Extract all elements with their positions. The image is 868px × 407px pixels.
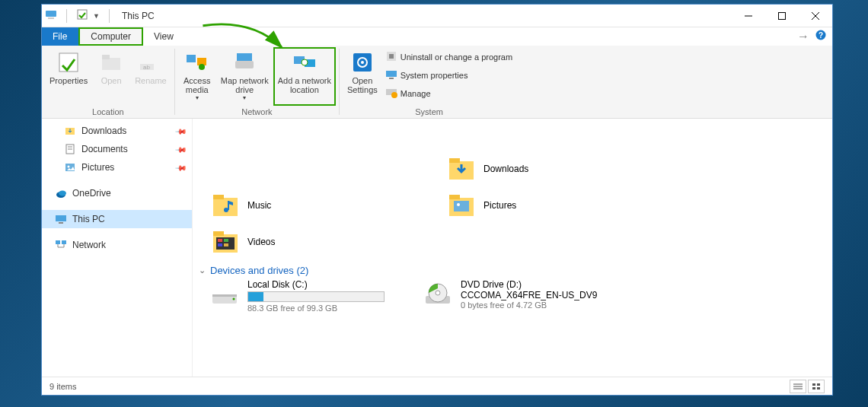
access-media-icon: [185, 50, 209, 75]
tab-computer[interactable]: Computer: [78, 27, 143, 46]
dvd-drive-icon: [423, 279, 455, 311]
svg-point-16: [199, 64, 205, 70]
properties-button[interactable]: Properties: [45, 47, 92, 106]
sidebar-item-documents[interactable]: Documents📌: [42, 140, 192, 158]
svg-rect-11: [102, 55, 110, 59]
svg-point-30: [391, 92, 397, 98]
drives-section: Local Disk (C:) 88.3 GB free of 99.3 GB …: [199, 279, 826, 313]
svg-point-67: [436, 291, 440, 295]
ribbon-tabs: File Computer View → ?: [42, 27, 832, 46]
sidebar-item-downloads[interactable]: Downloads📌: [42, 122, 192, 140]
folder-downloads[interactable]: Downloads: [445, 151, 605, 187]
ribbon-group-label: Network: [175, 107, 339, 118]
drive-c[interactable]: Local Disk (C:) 88.3 GB free of 99.3 GB: [209, 279, 392, 313]
map-network-drive-icon: [232, 50, 257, 75]
svg-rect-47: [449, 158, 460, 163]
pin-icon: 📌: [175, 125, 187, 137]
open-button: Open: [92, 47, 130, 106]
maximize-button[interactable]: [765, 5, 799, 27]
sidebar-item-onedrive[interactable]: OneDrive: [42, 184, 192, 202]
pc-icon: [45, 8, 57, 24]
chevron-down-icon: ▾: [196, 94, 199, 101]
svg-rect-0: [46, 11, 56, 17]
open-icon: [99, 50, 123, 75]
system-small-buttons: Uninstall or change a program System pro…: [382, 47, 515, 106]
tab-file[interactable]: File: [42, 27, 78, 46]
minimize-button[interactable]: [732, 5, 765, 27]
access-media-button[interactable]: Access media ▾: [178, 47, 216, 106]
drive-free-text: 88.3 GB free of 99.3 GB: [247, 304, 392, 313]
explorer-window: ▼ This PC File Computer View → ? Propert…: [41, 4, 833, 396]
svg-rect-42: [62, 240, 66, 244]
svg-rect-73: [812, 387, 815, 390]
svg-point-24: [361, 61, 364, 64]
navigation-pane[interactable]: Downloads📌 Documents📌 Pictures📌 OneDrive…: [42, 119, 193, 377]
sidebar-item-pictures[interactable]: Pictures📌: [42, 158, 192, 176]
network-icon: [54, 239, 68, 251]
svg-point-54: [457, 203, 460, 206]
add-network-location-icon: [292, 50, 317, 75]
folder-music[interactable]: Music: [209, 187, 369, 224]
manage-button[interactable]: Manage: [385, 85, 512, 102]
drive-volume-label: CCCOMA_X64FRE_EN-US_DV9: [461, 290, 605, 300]
pc-icon: [54, 213, 68, 225]
details-view-button[interactable]: [790, 380, 806, 393]
svg-rect-74: [817, 387, 820, 390]
svg-rect-49: [213, 195, 224, 199]
svg-rect-14: [187, 55, 196, 62]
map-network-drive-button[interactable]: Map network drive ▾: [216, 47, 273, 106]
close-button[interactable]: [799, 5, 832, 27]
svg-rect-10: [102, 58, 120, 70]
documents-icon: [63, 143, 77, 155]
sidebar-item-network[interactable]: Network: [42, 236, 192, 254]
system-properties-button[interactable]: System properties: [385, 67, 512, 84]
status-bar: 9 items: [42, 377, 832, 395]
system-properties-icon: [385, 68, 397, 82]
svg-rect-58: [218, 239, 222, 242]
svg-rect-27: [386, 71, 397, 77]
quick-access-toolbar: ▼ This PC: [45, 8, 155, 24]
drive-d[interactable]: DVD Drive (D:) CCCOMA_X64FRE_EN-US_DV9 0…: [423, 279, 605, 313]
drive-capacity-bar: [247, 291, 385, 302]
folder-videos[interactable]: Videos: [209, 224, 369, 260]
videos-folder-icon: [209, 226, 241, 258]
main-pane[interactable]: Downloads Music Pictures Videos ⌄ Device…: [193, 119, 832, 377]
onedrive-icon: [54, 187, 68, 199]
folder-pictures[interactable]: Pictures: [445, 187, 605, 224]
svg-rect-71: [812, 383, 815, 386]
uninstall-icon: [385, 50, 397, 64]
svg-rect-17: [235, 61, 254, 68]
devices-section-header[interactable]: ⌄ Devices and drives (2): [199, 260, 826, 279]
open-settings-button[interactable]: Open Settings: [343, 47, 382, 106]
gear-icon: [350, 50, 375, 75]
svg-rect-41: [56, 240, 60, 244]
downloads-folder-icon: [445, 153, 477, 185]
chevron-down-icon[interactable]: ▼: [93, 12, 100, 20]
svg-rect-61: [224, 243, 228, 246]
svg-point-21: [302, 59, 308, 65]
sidebar-item-this-pc[interactable]: This PC: [42, 210, 192, 228]
svg-rect-40: [59, 222, 63, 224]
add-network-location-button[interactable]: Add a network location: [273, 47, 336, 106]
large-icons-view-button[interactable]: [808, 380, 825, 393]
chevron-down-icon: ▾: [243, 94, 246, 101]
svg-point-38: [59, 191, 66, 196]
rename-button: ab Rename: [130, 47, 171, 106]
titlebar: ▼ This PC: [42, 5, 832, 27]
uninstall-button[interactable]: Uninstall or change a program: [385, 49, 512, 65]
ribbon-group-label: System: [340, 107, 519, 118]
help-icon[interactable]: ?: [815, 30, 826, 43]
pin-icon: 📌: [175, 161, 187, 173]
svg-rect-48: [213, 198, 238, 216]
properties-qat-icon[interactable]: [76, 8, 88, 24]
rename-icon: ab: [139, 50, 163, 75]
folders-section: Downloads Music Pictures Videos: [199, 120, 826, 260]
collapse-ribbon-icon[interactable]: →: [797, 30, 809, 43]
ribbon-group-location: Properties Open ab Rename Location: [42, 46, 174, 118]
tab-view[interactable]: View: [143, 27, 185, 46]
properties-icon: [56, 50, 81, 75]
drive-name: DVD Drive (D:): [461, 279, 605, 290]
music-folder-icon: [209, 189, 241, 221]
svg-text:?: ?: [819, 31, 823, 40]
svg-text:ab: ab: [143, 64, 150, 71]
